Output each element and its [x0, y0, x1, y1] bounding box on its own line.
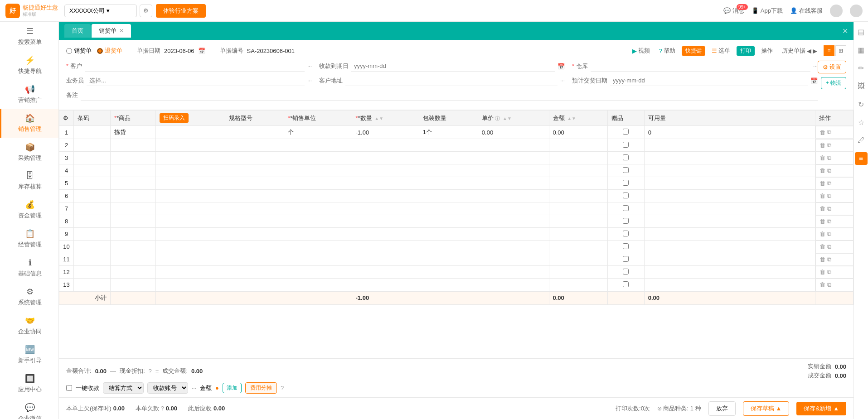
copy-icon[interactable]: ⧉: [827, 180, 831, 187]
row-unit[interactable]: [284, 279, 352, 292]
row-qty[interactable]: -1.00: [352, 126, 419, 139]
row-amount[interactable]: [549, 139, 607, 152]
copy-icon[interactable]: ⧉: [827, 243, 831, 250]
right-panel-more-icon[interactable]: ≡: [855, 152, 868, 165]
row-pkg-qty[interactable]: [419, 279, 478, 292]
row-amount[interactable]: [549, 215, 607, 228]
row-spec[interactable]: [225, 266, 284, 279]
amount-sort-icon[interactable]: ▲▼: [567, 116, 576, 121]
salesperson-input[interactable]: [87, 75, 305, 86]
online-service-button[interactable]: 👤 在线客服: [790, 7, 823, 15]
row-amount[interactable]: [549, 253, 607, 266]
delete-icon[interactable]: 🗑: [820, 167, 825, 174]
sidebar-item-quicknav[interactable]: ⚡ 快捷导航: [0, 51, 58, 80]
copy-icon[interactable]: ⧉: [827, 218, 831, 225]
delivery-cal-icon[interactable]: 📅: [810, 77, 818, 84]
col-settings-header[interactable]: ⚙: [59, 111, 74, 126]
row-goods[interactable]: [111, 241, 156, 253]
price-sort-icon[interactable]: ▲▼: [503, 116, 512, 121]
row-pkg-qty[interactable]: [419, 215, 478, 228]
row-qty[interactable]: [352, 228, 419, 241]
delete-icon[interactable]: 🗑: [820, 142, 825, 149]
payment-help-icon[interactable]: ?: [281, 385, 284, 391]
row-qty[interactable]: [352, 279, 419, 292]
row-amount[interactable]: [549, 241, 607, 253]
row-unit[interactable]: [284, 202, 352, 215]
row-goods[interactable]: [111, 164, 156, 177]
row-pkg-qty[interactable]: [419, 266, 478, 279]
row-price[interactable]: [478, 266, 549, 279]
row-goods[interactable]: [111, 202, 156, 215]
notes-input[interactable]: [81, 90, 818, 101]
row-amount[interactable]: [549, 228, 607, 241]
row-barcode[interactable]: [74, 177, 111, 190]
delete-icon[interactable]: 🗑: [820, 256, 825, 263]
row-spec[interactable]: [225, 126, 284, 139]
row-pkg-qty[interactable]: [419, 228, 478, 241]
row-barcode[interactable]: [74, 253, 111, 266]
settings-icon[interactable]: ⚙: [140, 5, 152, 17]
trial-button[interactable]: 体验行业方案: [156, 4, 206, 18]
tab-home[interactable]: 首页: [64, 24, 91, 38]
app-download-button[interactable]: 📱 App下载: [752, 7, 783, 15]
row-unit[interactable]: [284, 241, 352, 253]
right-panel-star-icon[interactable]: ☆: [855, 116, 868, 129]
right-panel-icon-1[interactable]: ▤: [855, 25, 868, 38]
row-pkg-qty[interactable]: [419, 139, 478, 152]
row-price[interactable]: [478, 177, 549, 190]
right-panel-pen-icon[interactable]: 🖊: [855, 134, 868, 147]
debt-help-icon[interactable]: ?: [161, 405, 164, 412]
copy-icon[interactable]: ⧉: [827, 154, 831, 162]
form-settings-button[interactable]: ⚙ 设置: [818, 61, 846, 73]
delete-icon[interactable]: 🗑: [820, 231, 825, 237]
row-unit[interactable]: [284, 228, 352, 241]
row-unit[interactable]: [284, 152, 352, 164]
row-gift[interactable]: [607, 228, 644, 241]
sidebar-item-operation[interactable]: 📋 经营管理: [0, 224, 58, 253]
row-qty[interactable]: [352, 190, 419, 202]
warehouse-input[interactable]: 建材仓: [591, 61, 810, 72]
row-goods[interactable]: [111, 228, 156, 241]
row-barcode[interactable]: [74, 202, 111, 215]
avatar[interactable]: [830, 5, 843, 17]
row-gift[interactable]: [607, 279, 644, 292]
row-barcode[interactable]: [74, 215, 111, 228]
row-price[interactable]: [478, 241, 549, 253]
row-unit[interactable]: [284, 266, 352, 279]
row-amount[interactable]: [549, 190, 607, 202]
tab-close-icon[interactable]: ✕: [119, 28, 124, 34]
customer-input[interactable]: [85, 61, 305, 72]
sidebar-item-sales[interactable]: 🏠 销售管理: [0, 109, 58, 138]
row-unit[interactable]: 个: [284, 126, 352, 139]
payment-date-input[interactable]: [351, 61, 555, 72]
row-goods[interactable]: [111, 152, 156, 164]
copy-icon[interactable]: ⧉: [827, 281, 831, 289]
row-unit[interactable]: [284, 177, 352, 190]
logistics-button[interactable]: + 物流: [821, 77, 846, 89]
account-select[interactable]: 收款账号: [147, 382, 188, 394]
copy-icon[interactable]: ⧉: [827, 205, 831, 212]
row-unit[interactable]: [284, 139, 352, 152]
delete-icon[interactable]: 🗑: [820, 129, 825, 136]
row-pkg-qty[interactable]: [419, 177, 478, 190]
row-qty[interactable]: [352, 266, 419, 279]
sidebar-item-guide[interactable]: 🆕 新手引导: [0, 340, 58, 369]
calc-method-select[interactable]: 结算方式: [103, 382, 144, 394]
calendar-icon[interactable]: 📅: [198, 48, 205, 54]
row-amount[interactable]: [549, 279, 607, 292]
sidebar-item-search[interactable]: ☰ 搜索菜单: [0, 22, 58, 51]
row-qty[interactable]: [352, 164, 419, 177]
row-amount[interactable]: [549, 266, 607, 279]
row-unit[interactable]: [284, 190, 352, 202]
copy-icon[interactable]: ⧉: [827, 256, 831, 263]
row-barcode[interactable]: [74, 190, 111, 202]
row-spec[interactable]: [225, 202, 284, 215]
row-unit[interactable]: [284, 253, 352, 266]
row-price[interactable]: [478, 215, 549, 228]
help-btn[interactable]: ? 帮助: [656, 46, 678, 56]
row-barcode[interactable]: [74, 228, 111, 241]
qty-sort-icon[interactable]: ▲▼: [374, 116, 383, 121]
copy-icon[interactable]: ⧉: [827, 142, 831, 149]
row-spec[interactable]: [225, 228, 284, 241]
row-gift[interactable]: [607, 152, 644, 164]
